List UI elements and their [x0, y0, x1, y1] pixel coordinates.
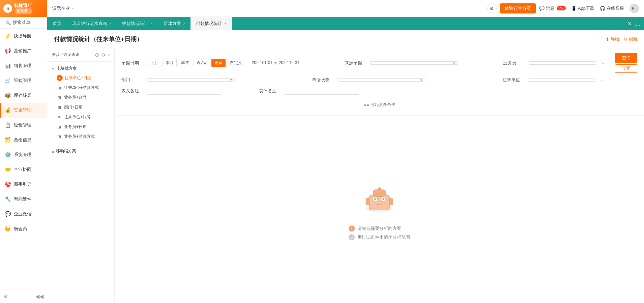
sidebar-item-finance[interactable]: 💰 资金管理: [0, 103, 47, 118]
scheme-item-label: 往来单位+日期: [65, 75, 91, 81]
scheme-item-unit-account[interactable]: ≡ 往来单位+账号: [47, 112, 114, 122]
tab-receipt-stats-label: 收款情况统计: [122, 21, 148, 27]
sidebar-item-purchase[interactable]: 🛒 采购管理: [0, 73, 47, 88]
page-header: 付款情况统计（往来单位+日期） ⬆ 导出 ↻ 刷新: [47, 30, 644, 48]
collapse-more-btn[interactable]: ∧∧ 收起更多条件: [121, 99, 637, 110]
version-badge: 标准版: [16, 8, 32, 14]
table-body-note-input[interactable]: [285, 87, 359, 95]
refresh-btn[interactable]: ↻ 刷新: [623, 36, 637, 42]
date-btn-this-year[interactable]: 本年: [178, 59, 192, 67]
grid-icon-4: ⊞: [57, 124, 62, 130]
export-btn[interactable]: ⬆ 导出: [606, 36, 619, 42]
unit-select[interactable]: [528, 78, 595, 82]
scheme-item-unit-settle[interactable]: ⊞ 往来单位+结算方式: [47, 83, 114, 93]
sidebar-item-system[interactable]: ⚙️ 系统管理: [0, 147, 47, 162]
date-btn-this-month[interactable]: 本月: [163, 59, 177, 67]
footer-settings-btn[interactable]: ⚙: [3, 293, 8, 300]
tab-payment-stats[interactable]: 付款情况统计 ×: [191, 17, 232, 30]
tab-payment-stats-close[interactable]: ×: [224, 22, 226, 26]
system-icon: ⚙️: [4, 151, 11, 158]
sidebar-item-sales[interactable]: 📊 销售管理: [0, 58, 47, 73]
svg-point-6: [374, 198, 376, 200]
date-btn-last-7-days[interactable]: 近7天: [194, 59, 210, 67]
sidebar-item-smart-hw[interactable]: 🔧 智能硬件: [0, 192, 47, 207]
scheme-item-staff-date[interactable]: ⊞ 业务员+日期: [47, 122, 114, 132]
scheme-item-unit-date[interactable]: ● 往来单位+日期: [47, 73, 114, 83]
date-btn-custom[interactable]: 自定义: [227, 59, 245, 67]
header-actions: ⊕ ⚙ «: [95, 52, 110, 58]
tab-receipt-stats-close[interactable]: ×: [150, 22, 152, 26]
sidebar-item-inventory[interactable]: 📦 库存核算: [0, 88, 47, 103]
online-service-btn[interactable]: 🎧 在线客服: [600, 5, 624, 11]
scheme-item-dept-date[interactable]: ⊞ 部门+日期: [47, 102, 114, 112]
dept-label: 部门: [121, 77, 142, 83]
tab-receipt-stats[interactable]: 收款情况统计 ×: [117, 17, 158, 30]
sidebar-search[interactable]: 🔍 搜索菜单: [0, 17, 47, 29]
sidebar-item-quick-nav[interactable]: ⚡ 快捷导航: [0, 29, 47, 43]
desktop-label: 电脑端方案: [57, 66, 77, 71]
sidebar-item-label: 智能硬件: [14, 196, 31, 202]
tab-bank-flow[interactable]: 现金银行流水查询 ×: [67, 17, 117, 30]
mobile-label: 移动端方案: [56, 148, 76, 154]
dept-select[interactable]: [147, 78, 235, 82]
tab-new-scheme-close[interactable]: ×: [183, 22, 185, 26]
footer-collapse-btn[interactable]: ◀◀: [35, 293, 43, 300]
sidebar-item-basic-info[interactable]: 🗂️ 基础信息: [0, 132, 47, 147]
filter-row-3: 表头备注 表体备注: [121, 87, 637, 95]
date-btn-last-month[interactable]: 上月: [147, 59, 161, 67]
settings-link[interactable]: 设置: [615, 64, 637, 73]
source-label: 来源单据: [345, 60, 365, 66]
sidebar-nav: ⚡ 快捷导航 📢 营销推广 📊 销售管理 🛒 采购管理 📦 库存核算 💰 资金管…: [0, 29, 47, 290]
query-btn[interactable]: 查询: [615, 53, 637, 63]
staff-more-btn[interactable]: ···: [602, 60, 606, 66]
filter-row-1: 单据日期 上月 本月 本年 近7天 更多 自定义 2022-01-01 至 20…: [121, 53, 637, 73]
message-btn[interactable]: 💬 消息 99+: [539, 5, 566, 11]
sidebar-item-label: 企业协同: [14, 166, 31, 173]
panel-collapse-btn[interactable]: «: [108, 52, 110, 58]
topbar-gear-btn[interactable]: ⚙: [487, 4, 497, 13]
tab-new-scheme[interactable]: 新建方案 ×: [158, 17, 191, 30]
source-select[interactable]: [370, 61, 458, 65]
sidebar-item-operation[interactable]: 📋 经营管理: [0, 118, 47, 132]
purchase-icon: 🛒: [4, 77, 11, 84]
tab-bank-flow-close[interactable]: ×: [109, 22, 111, 26]
desktop-section-title[interactable]: ▼ 电脑端方案: [47, 64, 114, 73]
tab-home[interactable]: 首页: [47, 17, 67, 30]
sidebar-item-label: 经营管理: [14, 122, 31, 128]
close-all-tabs-btn[interactable]: ✕: [627, 21, 632, 27]
grid-icon-2: ⊞: [57, 95, 62, 100]
sidebar-item-enterprise[interactable]: 🤝 企业协同: [0, 162, 47, 177]
topbar-right: 💬 消息 99+ 📱 App下载 🎧 在线客服 Rit: [539, 4, 639, 13]
sidebar-item-guide[interactable]: 🎯 新手引导: [0, 177, 47, 192]
sidebar-item-label: 库存核算: [14, 92, 31, 98]
unit-more-btn[interactable]: ···: [601, 77, 605, 83]
headset-icon: 🎧: [600, 6, 605, 11]
scheme-settings-btn[interactable]: ⚙: [101, 52, 106, 58]
mobile-section-title[interactable]: ▶ 移动端方案: [47, 147, 114, 155]
phone-icon: 📱: [571, 6, 577, 11]
grid-icon: ⊞: [57, 85, 62, 91]
filter-row-2: 部门 单据状态 往来单位 ···: [121, 77, 637, 83]
chevron-down-icon: ▾: [72, 6, 74, 11]
app-name: 畅捷通巧: [14, 3, 32, 8]
export-icon: ⬆: [606, 37, 609, 42]
operation-icon: 📋: [4, 122, 11, 128]
desktop-section: ▼ 电脑端方案 ● 往来单位+日期 ⊞ 往来单位+结算方式 ⊞ 业务员+账号: [47, 62, 114, 144]
trial-btn[interactable]: 体验行业方案: [500, 3, 536, 13]
add-scheme-btn[interactable]: ⊕: [95, 52, 99, 58]
sidebar-item-member[interactable]: 👑 畅会员: [0, 221, 47, 236]
expand-btn[interactable]: ⛶: [635, 21, 641, 27]
status-select[interactable]: [338, 78, 425, 82]
user-avatar[interactable]: Rit: [630, 4, 639, 13]
staff-select[interactable]: [529, 61, 596, 65]
sidebar-item-wechat[interactable]: 💬 企业微信: [0, 207, 47, 221]
table-header-note-input[interactable]: [147, 87, 221, 95]
scheme-item-staff-account[interactable]: ⊞ 业务员+账号: [47, 93, 114, 102]
app-download-btn[interactable]: 📱 App下载: [571, 5, 594, 11]
sidebar-item-marketing[interactable]: 📢 营销推广: [0, 43, 47, 58]
empty-tip-2: 2 用过滤条件来缩小分析范围: [349, 234, 410, 240]
tip-2-num: 2: [349, 234, 355, 240]
date-btn-more[interactable]: 更多: [211, 59, 226, 67]
message-badge: 99+: [557, 6, 566, 10]
scheme-item-staff-settle[interactable]: ⊞ 业务员+结算方式: [47, 132, 114, 142]
